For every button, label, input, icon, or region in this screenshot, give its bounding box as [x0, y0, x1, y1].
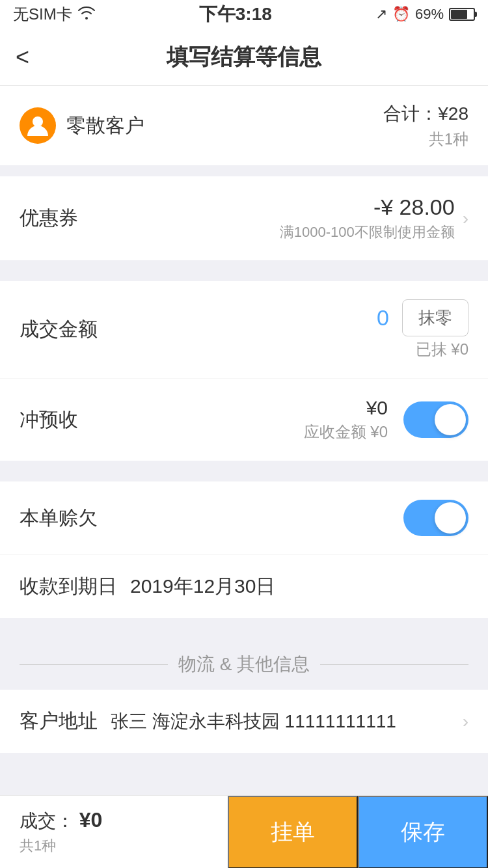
- bottom-deal-amount: ¥0: [79, 808, 103, 832]
- address-row[interactable]: 客户地址 张三 海淀永丰科技园 11111111111 ›: [0, 690, 488, 753]
- due-date-value[interactable]: 2019年12月30日: [130, 573, 275, 600]
- logistics-section: 物流 & 其他信息: [0, 639, 488, 690]
- prepay-toggle[interactable]: [403, 401, 468, 438]
- debit-row: 本单赊欠: [0, 481, 488, 554]
- logistics-line-left: [20, 664, 168, 665]
- deal-amount-label: 成交金额: [20, 316, 98, 343]
- address-chevron-icon: ›: [463, 711, 468, 732]
- bottom-info: 成交： ¥0 共1种: [0, 808, 228, 856]
- bottom-bar: 成交： ¥0 共1种 挂单 保存: [0, 795, 488, 868]
- round-down-button[interactable]: 抹零: [402, 299, 468, 336]
- deal-amount-row: 成交金额 0 抹零 已抹 ¥0: [0, 281, 488, 379]
- customer-name: 零散客户: [66, 113, 144, 139]
- customer-row: 零散客户 合计：¥28 共1种: [0, 86, 488, 166]
- coupon-amount: -¥ 28.00: [280, 195, 455, 220]
- status-right: ↗ ⏰ 69%: [375, 6, 475, 23]
- hang-order-button[interactable]: 挂单: [228, 796, 358, 869]
- coupon-info: -¥ 28.00 满1000-100不限制使用金额: [280, 195, 455, 242]
- coupon-label: 优惠券: [20, 205, 78, 232]
- location-icon: ↗: [375, 6, 387, 23]
- logistics-line-right: [320, 664, 468, 665]
- deal-amount-controls: 0 抹零: [350, 299, 468, 336]
- transaction-section: 成交金额 0 抹零 已抹 ¥0 冲预收 ¥0 应收金额 ¥0: [0, 281, 488, 461]
- save-button[interactable]: 保存: [358, 796, 488, 869]
- prepay-row: 冲预收 ¥0 应收金额 ¥0: [0, 379, 488, 461]
- address-value: 张三 海淀永丰科技园 11111111111: [111, 709, 463, 734]
- coupon-desc: 满1000-100不限制使用金额: [280, 223, 455, 242]
- address-card[interactable]: 客户地址 张三 海淀永丰科技园 11111111111 ›: [0, 690, 488, 753]
- logistics-title: 物流 & 其他信息: [178, 652, 310, 677]
- deal-amount-right: 0 抹零 已抹 ¥0: [350, 299, 468, 360]
- section-divider-1: [0, 271, 488, 281]
- coupon-row[interactable]: 优惠券 -¥ 28.00 满1000-100不限制使用金额 ›: [0, 176, 488, 260]
- prepay-sub: 应收金额 ¥0: [304, 422, 388, 442]
- deal-amount-value[interactable]: 0: [350, 305, 389, 331]
- customer-summary: 合计：¥28 共1种: [383, 102, 468, 150]
- customer-total: 合计：¥28: [383, 102, 468, 126]
- status-bar: 无SIM卡 下午3:18 ↗ ⏰ 69%: [0, 0, 488, 29]
- section-divider-3: [0, 629, 488, 639]
- prepay-amount: ¥0: [304, 397, 388, 419]
- debit-section: 本单赊欠 收款到期日 2019年12月30日: [0, 481, 488, 618]
- person-icon: [26, 114, 49, 137]
- customer-left: 零散客户: [20, 107, 144, 144]
- due-date-label: 收款到期日: [20, 573, 117, 600]
- debit-toggle-knob: [435, 502, 466, 534]
- customer-card: 零散客户 合计：¥28 共1种: [0, 86, 488, 166]
- prepay-label: 冲预收: [20, 407, 78, 433]
- address-chevron: ›: [463, 711, 468, 732]
- bottom-deal-label: 成交：: [20, 811, 74, 831]
- wifi-icon: [77, 5, 96, 23]
- alarm-icon: ⏰: [392, 6, 410, 23]
- debit-toggle[interactable]: [403, 500, 468, 536]
- customer-avatar: [20, 107, 56, 144]
- deal-amount-sub: 已抹 ¥0: [350, 339, 468, 360]
- battery-percent: 69%: [415, 6, 444, 23]
- prepay-amount-col: ¥0 应收金额 ¥0: [304, 397, 388, 442]
- svg-point-0: [33, 116, 43, 127]
- due-date-row: 收款到期日 2019年12月30日: [0, 554, 488, 618]
- content-area: 零散客户 合计：¥28 共1种 优惠券 -¥ 28.00 满1000-100不限…: [0, 86, 488, 841]
- prepay-right: ¥0 应收金额 ¥0: [304, 397, 468, 442]
- coupon-right: -¥ 28.00 满1000-100不限制使用金额 ›: [280, 195, 468, 242]
- page-title: 填写结算等信息: [167, 42, 321, 72]
- section-divider-2: [0, 471, 488, 481]
- bottom-deal-line: 成交： ¥0: [20, 808, 208, 834]
- customer-count: 共1种: [383, 129, 468, 150]
- logistics-header: 物流 & 其他信息: [0, 639, 488, 690]
- coupon-card[interactable]: 优惠券 -¥ 28.00 满1000-100不限制使用金额 ›: [0, 176, 488, 260]
- battery-icon: [449, 8, 475, 21]
- address-label: 客户地址: [20, 708, 98, 735]
- back-button[interactable]: <: [16, 44, 29, 71]
- time-display: 下午3:18: [199, 2, 272, 27]
- chevron-right-icon: ›: [463, 208, 468, 229]
- bottom-count: 共1种: [20, 836, 208, 856]
- debit-label: 本单赊欠: [20, 505, 98, 532]
- toggle-knob: [435, 404, 466, 435]
- status-left: 无SIM卡: [13, 4, 96, 25]
- carrier-label: 无SIM卡: [13, 4, 72, 25]
- nav-bar: < 填写结算等信息: [0, 29, 488, 86]
